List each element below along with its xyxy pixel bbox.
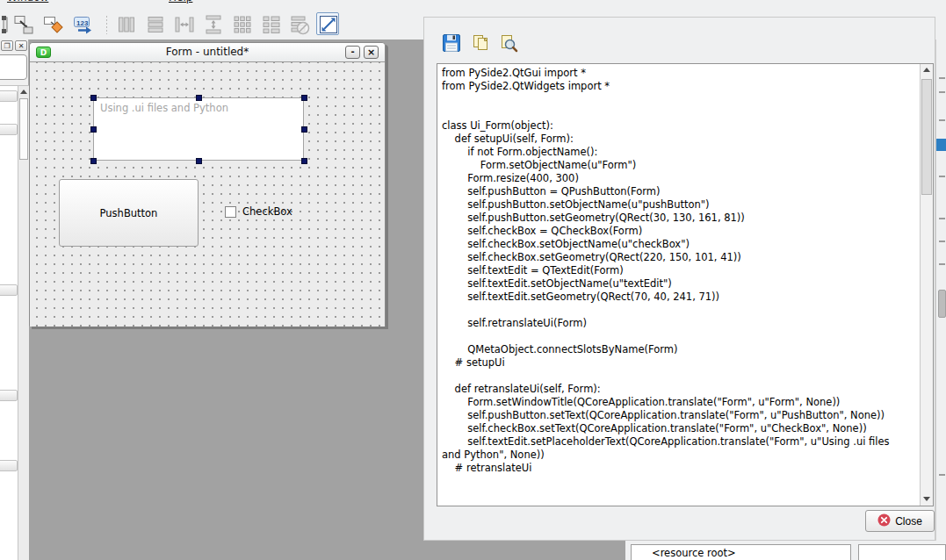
menu-window[interactable]: Window	[7, 0, 48, 4]
layout-grid-button[interactable]	[230, 12, 253, 35]
textedit-widget[interactable]: Using .ui files and Python	[93, 97, 304, 161]
qt-designer-window: Window Help 123	[0, 0, 946, 560]
right-scrollbar-thumb[interactable]	[938, 290, 946, 318]
resource-detail-pane	[858, 544, 946, 560]
selection-handle-bottom-left[interactable]	[90, 158, 97, 164]
code-scrollbar[interactable]	[920, 64, 933, 506]
layout-horizontal-icon	[116, 14, 135, 35]
layout-vertical-icon	[145, 14, 164, 35]
selection-handle-top-left[interactable]	[90, 95, 97, 101]
save-icon	[441, 43, 462, 56]
tree-branch-mark	[939, 474, 945, 476]
widget-category-header[interactable]	[0, 124, 18, 135]
adjust-size-button[interactable]	[316, 12, 339, 35]
tree-branch-mark	[939, 263, 945, 265]
form-window-title: Form - untitled*	[30, 46, 385, 58]
scroll-down-button[interactable]	[921, 493, 933, 506]
widget-box-panel: ❐ ✕	[0, 39, 29, 560]
selection-handle-middle-left[interactable]	[90, 126, 97, 133]
form-canvas[interactable]: Using .ui files and Python PushButton Ch…	[30, 62, 385, 327]
adjust-size-icon	[318, 14, 337, 35]
edit-tab-order-button[interactable]: 123	[71, 12, 94, 35]
edit-widgets-icon	[0, 14, 7, 35]
widget-filter-input[interactable]	[0, 54, 27, 80]
edit-signals-slots-icon	[13, 14, 32, 35]
layout-vertical-button[interactable]	[143, 12, 166, 35]
selection-handle-bottom-middle[interactable]	[196, 158, 202, 164]
resource-browser-panel: <resource root>	[625, 541, 946, 560]
selection-handle-middle-right[interactable]	[301, 126, 307, 133]
code-view[interactable]: from PySide2.QtGui import * from PySide2…	[437, 63, 934, 506]
pushbutton-widget[interactable]: PushButton	[59, 179, 199, 247]
layout-grid-icon	[232, 14, 251, 35]
break-layout-button[interactable]	[287, 12, 310, 35]
toolbar-separator	[105, 15, 108, 34]
code-scrollbar-thumb[interactable]	[921, 79, 932, 195]
form-minimize-button[interactable]: -	[345, 46, 360, 59]
tree-branch-mark	[939, 241, 945, 242]
layout-form-icon	[261, 14, 280, 35]
tree-branch-mark	[939, 218, 945, 219]
close-button-label: Close	[895, 515, 922, 528]
form-window-titlebar[interactable]: D Form - untitled* - ×	[30, 43, 385, 62]
break-layout-icon	[289, 14, 308, 35]
form-window: D Form - untitled* - × Using .ui files a…	[29, 42, 386, 327]
checkbox-widget[interactable]: CheckBox	[242, 205, 292, 218]
scroll-up-icon	[20, 90, 27, 94]
layout-splitter-horizontal-icon	[174, 14, 193, 35]
svg-text:123: 123	[76, 19, 89, 27]
widget-box-scrollbar[interactable]	[18, 86, 29, 560]
tree-branch-mark	[939, 77, 945, 79]
widget-box-float-button[interactable]: ❐	[1, 40, 13, 51]
copy-button[interactable]	[468, 31, 492, 54]
scroll-up-button[interactable]	[921, 64, 933, 76]
selected-row-highlight[interactable]	[936, 139, 946, 151]
scrollbar-thumb[interactable]	[19, 98, 28, 160]
edit-tab-order-icon: 123	[73, 14, 92, 35]
checkbox-indicator[interactable]	[225, 206, 236, 218]
close-button[interactable]: Close	[865, 510, 935, 532]
resource-tree: <resource root>	[631, 544, 851, 560]
selection-handle-bottom-right[interactable]	[301, 158, 307, 164]
find-icon	[498, 43, 519, 56]
form-close-button[interactable]: ×	[364, 46, 379, 59]
layout-splitter-vertical-icon	[203, 14, 222, 35]
menu-help[interactable]: Help	[169, 0, 192, 4]
edit-widgets-button[interactable]	[0, 12, 9, 35]
find-button[interactable]	[496, 31, 520, 54]
textedit-placeholder: Using .ui files and Python	[100, 102, 228, 114]
tree-branch-mark	[939, 119, 945, 121]
edit-buddies-button[interactable]	[41, 12, 64, 35]
layout-splitter-horizontal-button[interactable]	[172, 12, 195, 35]
close-button-icon	[877, 513, 891, 529]
layout-splitter-vertical-button[interactable]	[201, 12, 224, 35]
scroll-down-icon	[923, 497, 930, 501]
selection-handle-top-right[interactable]	[301, 95, 307, 101]
code-preview-dialog: from PySide2.QtGui import * from PySide2…	[423, 17, 935, 541]
layout-horizontal-button[interactable]	[114, 12, 137, 35]
resource-root-item[interactable]: <resource root>	[632, 545, 850, 559]
widget-category-header[interactable]	[0, 90, 18, 102]
widget-category-header[interactable]	[0, 460, 18, 471]
save-button[interactable]	[439, 31, 463, 54]
layout-form-button[interactable]	[259, 12, 282, 35]
tree-branch-mark	[939, 91, 945, 93]
tree-branch-mark	[939, 176, 945, 177]
widget-box-close-button[interactable]: ✕	[15, 40, 27, 51]
edit-buddies-icon	[43, 14, 62, 35]
edit-signals-slots-button[interactable]	[11, 12, 34, 35]
widget-box-list[interactable]	[0, 85, 29, 560]
widget-category-header[interactable]	[0, 284, 18, 296]
widget-category-header[interactable]	[0, 390, 18, 401]
scroll-up-icon	[923, 68, 930, 72]
selection-handle-top-middle[interactable]	[196, 95, 202, 101]
copy-icon	[470, 43, 491, 56]
code-text: from PySide2.QtGui import * from PySide2…	[442, 67, 918, 475]
right-dock-strip	[935, 39, 946, 541]
